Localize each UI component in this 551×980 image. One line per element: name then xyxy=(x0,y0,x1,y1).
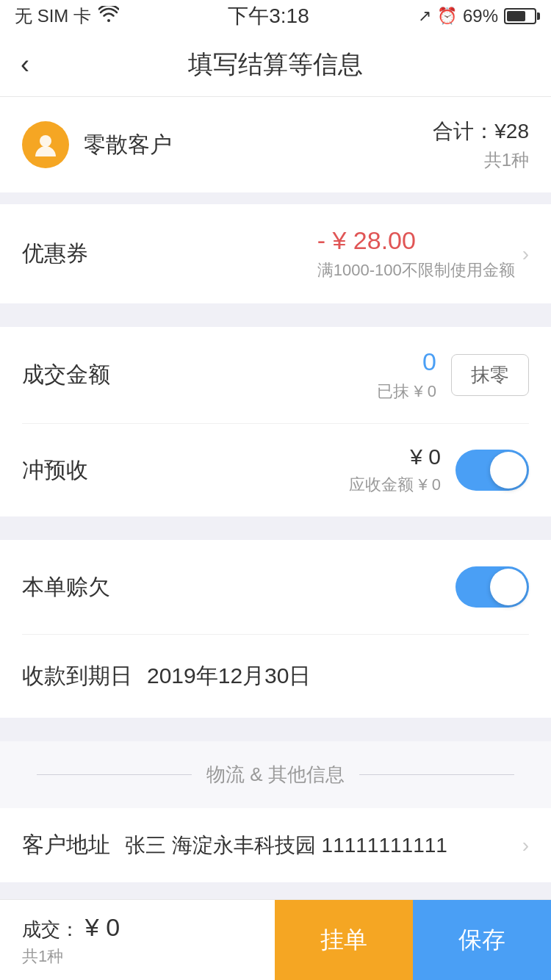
carrier-label: 无 SIM 卡 xyxy=(15,4,91,28)
coupon-card[interactable]: 优惠券 - ¥ 28.00 满1000-100不限制使用金额 › xyxy=(0,204,551,303)
battery-percent: 69% xyxy=(463,6,498,26)
address-card[interactable]: 客户地址 张三 海淀永丰科技园 11111111111 › xyxy=(0,808,551,882)
location-icon: ↗ xyxy=(418,7,431,26)
page-title: 填写结算等信息 xyxy=(188,48,363,82)
back-button[interactable]: ‹ xyxy=(21,49,29,80)
deal-amount-row: 成交金额 0 已抹 ¥ 0 抹零 xyxy=(0,327,551,423)
bottom-info: 成交： ¥ 0 共1种 xyxy=(0,913,275,968)
avatar xyxy=(22,121,69,168)
battery-icon xyxy=(504,8,536,24)
alarm-icon: ⏰ xyxy=(437,7,457,26)
hold-button[interactable]: 挂单 xyxy=(275,900,413,981)
total-amount: 合计：¥28 xyxy=(433,118,529,145)
prepayment-amounts: ¥ 0 应收金额 ¥ 0 xyxy=(349,444,441,496)
coupon-right: - ¥ 28.00 满1000-100不限制使用金额 › xyxy=(317,226,529,281)
address-chevron-icon: › xyxy=(522,834,529,857)
credit-row: 本单赊欠 xyxy=(0,540,551,634)
status-right: ↗ ⏰ 69% xyxy=(418,6,536,26)
credit-toggle[interactable] xyxy=(455,566,529,608)
prepayment-right: ¥ 0 应收金额 ¥ 0 xyxy=(349,444,529,496)
coupon-discount: - ¥ 28.00 xyxy=(317,226,515,255)
bottom-deal-label: 成交： xyxy=(22,918,79,940)
deal-amount-value-container: 0 已抹 ¥ 0 xyxy=(377,347,436,403)
save-button[interactable]: 保存 xyxy=(413,900,551,981)
coupon-row[interactable]: 优惠券 - ¥ 28.00 满1000-100不限制使用金额 › xyxy=(0,204,551,303)
customer-card: 零散客户 合计：¥28 共1种 xyxy=(0,97,551,192)
toggle-knob xyxy=(490,452,527,489)
prepayment-label: 冲预收 xyxy=(22,455,88,486)
round-zero-button[interactable]: 抹零 xyxy=(451,354,529,396)
prepayment-main: ¥ 0 xyxy=(349,444,441,469)
address-row[interactable]: 客户地址 张三 海淀永丰科技园 11111111111 › xyxy=(0,808,551,882)
coupon-label: 优惠券 xyxy=(22,239,88,269)
bottom-deal-line: 成交： ¥ 0 xyxy=(22,913,253,943)
customer-name: 零散客户 xyxy=(84,130,172,160)
credit-label: 本单赊欠 xyxy=(22,572,110,602)
deal-amount-right: 0 已抹 ¥ 0 抹零 xyxy=(377,347,529,403)
bottom-bar: 成交： ¥ 0 共1种 挂单 保存 xyxy=(0,899,551,980)
wifi-icon xyxy=(98,6,119,26)
deal-amount-value: 0 xyxy=(422,347,436,375)
status-time: 下午3:18 xyxy=(228,2,309,30)
chevron-right-icon: › xyxy=(522,242,529,266)
due-date-label: 收款到期日 xyxy=(22,661,132,691)
coupon-description: 满1000-100不限制使用金额 xyxy=(317,259,515,281)
deal-amount-label: 成交金额 xyxy=(22,360,110,390)
section-gap-3 xyxy=(0,729,551,741)
credit-card: 本单赊欠 收款到期日 2019年12月30日 xyxy=(0,540,551,718)
bottom-count: 共1种 xyxy=(22,945,253,968)
due-date-value: 2019年12月30日 xyxy=(147,661,311,691)
deal-amount-sub: 已抹 ¥ 0 xyxy=(377,381,436,403)
due-date-row: 收款到期日 2019年12月30日 xyxy=(0,635,551,718)
status-left: 无 SIM 卡 xyxy=(15,4,119,28)
credit-toggle-knob xyxy=(490,569,527,605)
bottom-deal-amount: ¥ 0 xyxy=(85,913,120,941)
content: 零散客户 合计：¥28 共1种 优惠券 - ¥ 28.00 满1000-100不… xyxy=(0,97,551,980)
prepayment-row: 冲预收 ¥ 0 应收金额 ¥ 0 xyxy=(0,424,551,516)
address-value: 张三 海淀永丰科技园 11111111111 xyxy=(125,832,522,860)
customer-summary: 合计：¥28 共1种 xyxy=(433,118,529,172)
coupon-info: - ¥ 28.00 满1000-100不限制使用金额 xyxy=(317,226,515,281)
address-label: 客户地址 xyxy=(22,830,110,860)
customer-left: 零散客户 xyxy=(22,121,172,168)
logistics-title: 物流 & 其他信息 xyxy=(206,762,345,788)
prepayment-toggle[interactable] xyxy=(455,450,529,491)
svg-point-0 xyxy=(40,135,51,147)
logistics-header: 物流 & 其他信息 xyxy=(0,741,551,808)
section-gap-2 xyxy=(0,528,551,540)
status-bar: 无 SIM 卡 下午3:18 ↗ ⏰ 69% xyxy=(0,0,551,32)
total-count: 共1种 xyxy=(433,148,529,172)
prepayment-sub: 应收金额 ¥ 0 xyxy=(349,474,441,496)
deal-amount-card: 成交金额 0 已抹 ¥ 0 抹零 冲预收 ¥ 0 应收金额 ¥ 0 xyxy=(0,327,551,516)
section-gap-1 xyxy=(0,315,551,327)
customer-row: 零散客户 合计：¥28 共1种 xyxy=(0,97,551,192)
nav-bar: ‹ 填写结算等信息 xyxy=(0,32,551,97)
